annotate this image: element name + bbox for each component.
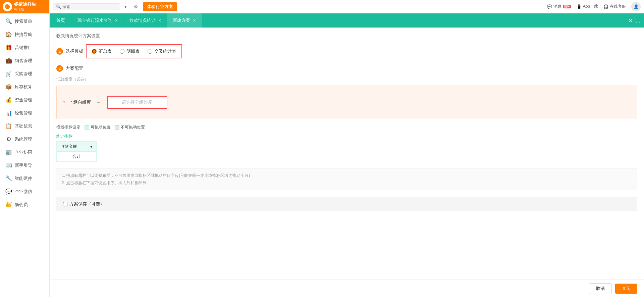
support-btn[interactable]: 🎧 在线客服 <box>603 4 626 9</box>
logo-sub: 标准版 <box>14 7 36 12</box>
cancel-button[interactable]: 取消 <box>589 283 612 294</box>
sidebar-item-basic-info[interactable]: 📋 基础信息 <box>0 119 49 133</box>
sidebar-item-cooperation[interactable]: 🏢 企业协同 <box>0 146 49 159</box>
gift-icon: 🎁 <box>5 44 12 51</box>
template-summary-label: 汇总表 <box>99 48 112 54</box>
notification-label: 消息 <box>553 4 561 9</box>
save-checkbox-label[interactable]: 方案保存（可选） <box>63 201 104 207</box>
metrics-column-header: 收款金额 <box>61 144 77 149</box>
topbar: 🔍 ▾ ⚙ 体验行业方案 💬 消息 99+ 📱 App下载 🎧 在线客服 👤 <box>50 0 644 13</box>
tab-home-label: 首页 <box>56 17 65 23</box>
action-bar: 取消 查询 <box>50 280 644 297</box>
non-draggable-legend-box <box>115 125 119 130</box>
search-dropdown-icon[interactable]: ▾ <box>122 3 129 10</box>
dimension-select-box[interactable]: 请选择分组维度 <box>107 96 167 109</box>
headset-icon: 🎧 <box>603 4 608 9</box>
sidebar-item-label: 企业微信 <box>15 189 32 195</box>
metrics-header-title: 模板指标设定 <box>56 125 80 130</box>
tab-bank-flow-label: 现金银行流水查询 <box>77 17 112 23</box>
sidebar-item-label: 营销推广 <box>15 45 32 51</box>
page-content: 收款情况统计方案设置 1 选择模板 汇总表 明细表 <box>50 28 644 280</box>
sidebar-item-sales[interactable]: 💼 销售管理 <box>0 54 49 67</box>
save-checkbox-text: 方案保存（可选） <box>69 201 104 207</box>
dimension-subsection: 汇总维度（必选） * * 纵向维度 → 请选择分组维度 <box>56 77 637 119</box>
draggable-legend-label: 可拖动位置 <box>91 125 111 130</box>
template-crosstab-radio[interactable] <box>148 49 152 54</box>
sidebar-item-label: 库存核算 <box>15 84 32 90</box>
gear-icon: ⚙ <box>5 136 12 142</box>
building-icon: 🏢 <box>5 149 12 155</box>
sidebar-item-hardware[interactable]: 🔧 智能硬件 <box>0 172 49 185</box>
query-button[interactable]: 查询 <box>615 284 637 294</box>
chat-icon: 💬 <box>5 188 12 195</box>
search-input[interactable] <box>62 4 116 9</box>
sidebar-item-label: 经营管理 <box>15 110 32 116</box>
user-avatar[interactable]: 👤 <box>631 2 641 11</box>
save-checkbox[interactable] <box>63 202 67 206</box>
sidebar-item-finance[interactable]: 💰 资金管理 <box>0 93 49 106</box>
search-icon: 🔍 <box>56 4 61 9</box>
sidebar-item-label: 企业协同 <box>15 149 32 155</box>
trial-btn[interactable]: 体验行业方案 <box>143 2 177 11</box>
sidebar-item-quick-nav[interactable]: 🏠 快捷导航 <box>0 28 49 41</box>
step2-header: 2 方案配置 <box>56 65 637 72</box>
tab-home[interactable]: 首页 <box>50 13 72 28</box>
template-summary-radio[interactable] <box>92 49 97 54</box>
tip-2: 2. 点击标题栏下拉可设置排序、插入列和删除列 <box>62 180 632 187</box>
settings-icon[interactable]: ⚙ <box>131 2 141 12</box>
box-icon: 📦 <box>5 84 12 90</box>
dimension-label-text: 汇总维度（必选） <box>56 77 89 82</box>
tip-1: 1. 拖动标题栏可以调整布局，不可跨维度或指标区域拖动栏目字段(只能在同一维度或… <box>62 172 632 180</box>
tab-collection-stats[interactable]: 收款情况统计 × <box>124 13 167 28</box>
page-breadcrumb: 收款情况统计方案设置 <box>56 33 637 39</box>
template-detail-option[interactable]: 明细表 <box>120 48 140 54</box>
metrics-table-cell: 合计 <box>57 151 96 161</box>
tab-collection-stats-close-icon[interactable]: × <box>158 18 162 23</box>
hardware-icon: 🔧 <box>5 175 12 182</box>
search-box[interactable]: 🔍 <box>53 3 120 10</box>
non-draggable-legend-label: 不可拖动位置 <box>121 125 145 130</box>
step2-section: 2 方案配置 汇总维度（必选） * * 纵向维度 → 请选择分 <box>56 65 637 190</box>
sidebar-item-system[interactable]: ⚙ 系统管理 <box>0 133 49 146</box>
template-detail-radio[interactable] <box>120 49 124 54</box>
tab-maximize-icon[interactable]: ⛶ <box>635 17 641 23</box>
sidebar-item-operations[interactable]: 📊 经营管理 <box>0 106 49 119</box>
sidebar-item-search[interactable]: 🔍 搜索菜单 <box>0 15 49 28</box>
template-crosstab-label: 交叉统计表 <box>154 48 176 54</box>
sidebar-item-purchase[interactable]: 🛒 采购管理 <box>0 67 49 80</box>
dimension-row: * * 纵向维度 → 请选择分组维度 <box>63 96 167 109</box>
template-crosstab-option[interactable]: 交叉统计表 <box>148 48 176 54</box>
cart-icon: 🛒 <box>5 70 12 77</box>
money-icon: 💰 <box>5 97 12 103</box>
metrics-table: 收款金额 ▾ 合计 <box>56 141 97 162</box>
logo-icon: B <box>3 2 12 11</box>
book-icon: 📖 <box>5 162 12 168</box>
template-detail-label: 明细表 <box>126 48 140 54</box>
dimension-placeholder: 请选择分组维度 <box>122 100 152 105</box>
sidebar-item-wechat[interactable]: 💬 企业微信 <box>0 185 49 198</box>
tab-bank-flow-close-icon[interactable]: × <box>114 18 118 23</box>
sidebar-item-guide[interactable]: 📖 新手引导 <box>0 159 49 172</box>
sidebar-item-label: 资金管理 <box>15 97 32 103</box>
tab-new-plan-close-icon[interactable]: × <box>192 18 196 23</box>
svg-text:B: B <box>6 5 8 9</box>
template-summary-option[interactable]: 汇总表 <box>92 48 112 54</box>
dimension-label: 汇总维度（必选） <box>56 77 637 82</box>
sidebar-item-inventory[interactable]: 📦 库存核算 <box>0 80 49 93</box>
sidebar-item-marketing[interactable]: 🎁 营销推广 <box>0 41 49 54</box>
sidebar-item-label: 销售管理 <box>15 58 32 64</box>
metrics-column-dropdown-icon[interactable]: ▾ <box>90 144 92 149</box>
app-download-btn[interactable]: 📱 App下载 <box>577 4 598 9</box>
draggable-legend-box <box>85 125 89 130</box>
crown-icon: 👑 <box>5 201 12 208</box>
notification-btn[interactable]: 💬 消息 99+ <box>547 4 571 9</box>
dimension-required-indicator: * <box>63 100 65 105</box>
tab-new-plan[interactable]: 新建方案 × <box>167 13 202 28</box>
sidebar: B 畅捷通好生 标准版 🔍 搜索菜单 🏠 快捷导航 🎁 营销推广 💼 销售管理 … <box>0 0 50 297</box>
sidebar-item-label: 新手引导 <box>15 162 32 168</box>
search-menu-icon: 🔍 <box>5 18 12 24</box>
dimension-row-label: * 纵向维度 <box>70 99 91 105</box>
sidebar-item-member[interactable]: 👑 畅会员 <box>0 198 49 211</box>
tab-close-all-icon[interactable]: ✕ <box>628 17 633 24</box>
tab-bank-flow[interactable]: 现金银行流水查询 × <box>72 13 124 28</box>
